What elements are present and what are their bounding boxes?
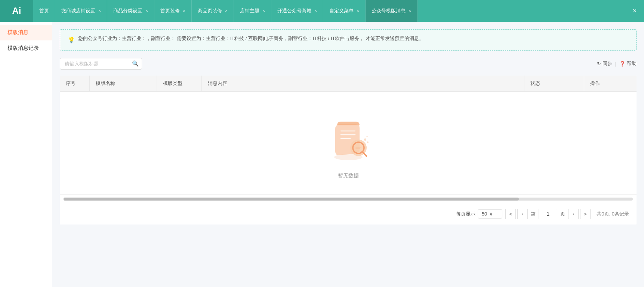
tab-template-message[interactable]: 公众号模版消息× bbox=[366, 0, 417, 22]
search-input[interactable] bbox=[60, 58, 142, 70]
tab-label-template-message: 公众号模版消息 bbox=[372, 7, 406, 14]
table-header: 序号 模版名称 模版类型 消息内容 状态 操作 bbox=[60, 76, 637, 92]
col-action: 操作 bbox=[584, 76, 637, 91]
tab-close-open-mall[interactable]: × bbox=[314, 8, 317, 13]
notice-suffix: 才能正常发送预置的消息。 bbox=[366, 36, 424, 41]
svg-point-9 bbox=[364, 138, 366, 141]
tab-home-decoration[interactable]: 首页装修× bbox=[154, 0, 192, 22]
layout: 模版消息模版消息记录 💡 您的公众号行业为：主营行业：，副营行业： 需要设置为：… bbox=[0, 22, 644, 287]
notice-box: 💡 您的公众号行业为：主营行业：，副营行业： 需要设置为：主营行业：IT科技 /… bbox=[60, 29, 637, 51]
last-page-button[interactable]: ⊳ bbox=[580, 209, 591, 219]
tab-close-category-settings[interactable]: × bbox=[145, 8, 148, 13]
tab-close-shop-settings[interactable]: × bbox=[98, 8, 101, 13]
horizontal-scrollbar[interactable] bbox=[64, 198, 633, 201]
tab-custom-menu[interactable]: 自定义菜单× bbox=[323, 0, 366, 22]
divider: | bbox=[615, 61, 616, 67]
notice-icon: 💡 bbox=[68, 35, 75, 45]
next-page-button[interactable]: › bbox=[568, 209, 579, 219]
tab-label-store-theme: 店铺主题 bbox=[240, 7, 259, 14]
tab-shop-settings[interactable]: 微商城店铺设置× bbox=[55, 0, 107, 22]
search-input-wrap: 🔍 bbox=[60, 58, 142, 70]
window-close-button[interactable]: × bbox=[625, 0, 644, 22]
page-controls: ⊲ ‹ 第 页 › ⊳ bbox=[505, 209, 591, 219]
tab-label-shop-settings: 微商城店铺设置 bbox=[61, 7, 95, 14]
prev-page-button[interactable]: ‹ bbox=[517, 209, 528, 219]
search-left: 🔍 bbox=[60, 58, 142, 70]
sidebar: 模版消息模版消息记录 bbox=[0, 22, 52, 287]
first-page-button[interactable]: ⊲ bbox=[505, 209, 516, 219]
empty-state: 暂无数据 bbox=[60, 92, 637, 194]
tab-label-home: 首页 bbox=[39, 7, 49, 14]
scrollbar-thumb bbox=[64, 198, 519, 201]
tab-close-custom-menu[interactable]: × bbox=[357, 8, 359, 13]
tab-store-theme[interactable]: 店铺主题× bbox=[234, 0, 271, 22]
dropdown-arrow-icon: ∨ bbox=[489, 211, 493, 217]
top-nav: Ai 首页微商城店铺设置×商品分类设置×首页装修×商品页装修×店铺主题×开通公众… bbox=[0, 0, 644, 22]
col-name: 模版名称 bbox=[90, 76, 157, 91]
tab-label-home-decoration: 首页装修 bbox=[160, 7, 180, 14]
col-type: 模版类型 bbox=[157, 76, 202, 91]
tab-label-custom-menu: 自定义菜单 bbox=[329, 7, 354, 14]
help-button[interactable]: ❓ 帮助 bbox=[619, 60, 637, 67]
tab-open-mall[interactable]: 开通公众号商城× bbox=[271, 0, 323, 22]
tab-product-decoration[interactable]: 商品页装修× bbox=[192, 0, 234, 22]
per-page-select: 每页显示 50 ∨ bbox=[456, 209, 502, 219]
nav-tabs: 首页微商城店铺设置×商品分类设置×首页装修×商品页装修×店铺主题×开通公众号商城… bbox=[33, 0, 625, 22]
empty-text: 暂无数据 bbox=[338, 172, 359, 179]
page-label: 第 bbox=[531, 211, 536, 217]
per-page-label: 每页显示 bbox=[456, 211, 475, 217]
scrollbar-area[interactable] bbox=[60, 194, 637, 204]
svg-point-10 bbox=[367, 141, 369, 143]
search-right: ↻ 同步 | ❓ 帮助 bbox=[597, 60, 637, 67]
tab-label-product-decoration: 商品页装修 bbox=[198, 7, 222, 14]
tab-label-open-mall: 开通公众号商城 bbox=[277, 7, 311, 14]
search-button[interactable]: 🔍 bbox=[132, 60, 139, 67]
per-page-value: 50 bbox=[482, 211, 487, 217]
col-content: 消息内容 bbox=[202, 76, 524, 91]
page-input[interactable] bbox=[539, 209, 557, 219]
col-seq: 序号 bbox=[60, 76, 90, 91]
tab-close-store-theme[interactable]: × bbox=[262, 8, 265, 13]
notice-text: 您的公众号行业为：主营行业：，副营行业： 需要设置为：主营行业：IT科技 / 互… bbox=[78, 35, 424, 43]
table-wrap: 序号 模版名称 模版类型 消息内容 状态 操作 bbox=[60, 76, 637, 225]
main-content: 💡 您的公众号行业为：主营行业：，副营行业： 需要设置为：主营行业：IT科技 /… bbox=[52, 22, 644, 287]
help-label: 帮助 bbox=[627, 60, 637, 67]
help-icon: ❓ bbox=[619, 61, 625, 67]
notice-prefix: 您的公众号行业为：主营行业：，副营行业： bbox=[78, 36, 175, 41]
per-page-dropdown[interactable]: 50 ∨ bbox=[478, 209, 502, 219]
page-unit: 页 bbox=[560, 211, 565, 217]
notice-highlight: 需要设置为：主营行业：IT科技 / 互联网|电子商务，副营行业：IT科技 / I… bbox=[177, 36, 364, 41]
total-info: 共0页, 0条记录 bbox=[597, 211, 629, 217]
col-status: 状态 bbox=[524, 76, 584, 91]
sync-label: 同步 bbox=[603, 60, 612, 67]
sidebar-item-template-record[interactable]: 模版消息记录 bbox=[0, 40, 52, 56]
sidebar-item-template-msg[interactable]: 模版消息 bbox=[0, 25, 52, 40]
sync-icon: ↻ bbox=[597, 61, 601, 67]
empty-icon bbox=[322, 114, 375, 167]
tab-home[interactable]: 首页 bbox=[33, 0, 55, 22]
logo: Ai bbox=[0, 0, 33, 22]
tab-category-settings[interactable]: 商品分类设置× bbox=[107, 0, 154, 22]
tab-close-template-message[interactable]: × bbox=[409, 8, 411, 13]
search-bar: 🔍 ↻ 同步 | ❓ 帮助 bbox=[60, 58, 637, 70]
tab-close-product-decoration[interactable]: × bbox=[225, 8, 228, 13]
tab-label-category-settings: 商品分类设置 bbox=[113, 7, 142, 14]
sync-button[interactable]: ↻ 同步 bbox=[597, 60, 612, 67]
tab-close-home-decoration[interactable]: × bbox=[183, 8, 185, 13]
svg-point-11 bbox=[366, 136, 367, 137]
pagination: 每页显示 50 ∨ ⊲ ‹ 第 页 › ⊳ 共0页, 0条记录 bbox=[60, 204, 637, 225]
